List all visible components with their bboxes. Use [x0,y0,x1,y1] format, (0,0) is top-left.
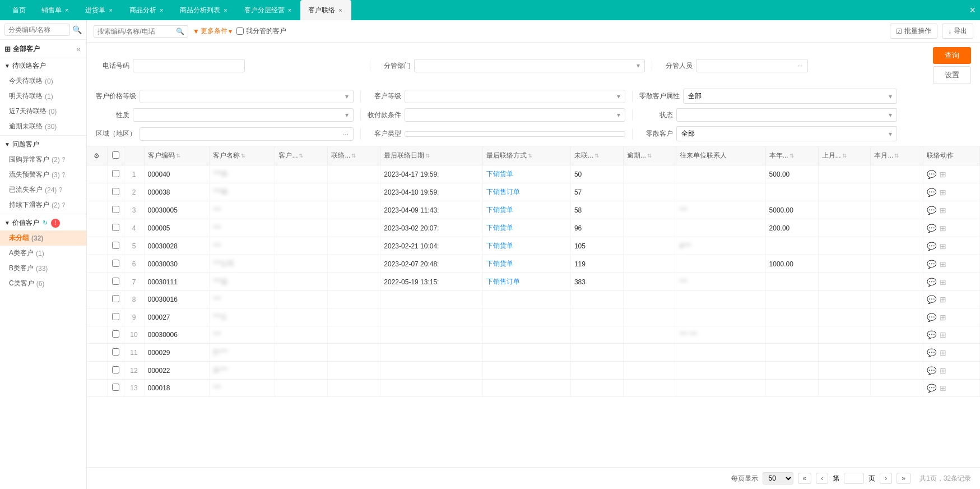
sidebar-group-pending[interactable]: ▼ 待联络客户 [0,58,86,73]
row-check-12[interactable] [107,380,124,397]
last-contact-type-col[interactable]: 最后联络方式⇅ [483,146,571,165]
filter-retail-attr-select[interactable]: 全部▾ [683,89,897,104]
grid-icon-9[interactable]: ⊞ [940,330,946,339]
main-search-icon[interactable]: 🔍 [176,27,184,35]
row-checkbox-7[interactable] [112,295,119,302]
message-icon-8[interactable]: 💬 [927,313,936,322]
grid-icon-12[interactable]: ⊞ [940,384,946,393]
filter-customer-type-select[interactable] [405,131,625,137]
last-month-col[interactable]: 上月...⇅ [818,146,871,165]
my-customers-checkbox[interactable]: 我分管的客户 [236,26,286,36]
batch-operation-btn[interactable]: ☑ 批量操作 [890,24,937,39]
grid-icon-7[interactable]: ⊞ [940,295,946,304]
all-customers-header[interactable]: ⊞ 全部客户 « [0,40,86,58]
grid-icon-2[interactable]: ⊞ [940,206,946,215]
contact-type-link-3[interactable]: 下销货单 [486,224,513,232]
filter-retail-customer-select[interactable]: 全部▾ [676,126,897,141]
row-last-type-5[interactable]: 下销货单 [483,255,571,273]
contact-type-link-4[interactable]: 下销货单 [486,242,513,250]
grid-icon-4[interactable]: ⊞ [940,242,946,251]
sidebar-item-overdue[interactable]: 逾期未联络 (30) [0,119,86,134]
current-page-input[interactable]: 1 [844,473,864,484]
message-icon-7[interactable]: 💬 [927,295,936,304]
row-checkbox-2[interactable] [112,206,119,213]
message-icon-2[interactable]: 💬 [927,206,936,215]
row-check-2[interactable] [107,201,124,219]
sidebar-collapse-btn[interactable]: « [75,43,82,54]
row-checkbox-3[interactable] [112,224,119,231]
row-last-type-3[interactable]: 下销货单 [483,219,571,237]
nav-tab-analysis[interactable]: 商品分析 × [122,0,172,20]
row-checkbox-9[interactable] [112,330,119,338]
filter-price-level-select[interactable]: ▾ [140,90,354,103]
message-icon-11[interactable]: 💬 [927,366,936,375]
more-conditions-btn[interactable]: ▼ 更多条件 ▾ [193,26,232,36]
sidebar-item-churn-warning[interactable]: 流失预警客户 (3) ? [0,167,86,182]
message-icon-0[interactable]: 💬 [927,170,936,179]
close-purchase-tab[interactable]: × [108,7,113,13]
export-btn[interactable]: ↓ 导出 [942,24,973,39]
nav-tab-purchase[interactable]: 进货单 × [77,0,121,20]
nav-tab-analysis-list[interactable]: 商品分析列表 × [172,0,236,20]
filter-customer-level-select[interactable]: ▾ [405,90,625,103]
contact-col-header[interactable]: 联络...⇅ [328,146,380,165]
row-check-3[interactable] [107,219,124,237]
grid-icon-5[interactable]: ⊞ [940,260,946,269]
row-checkbox-4[interactable] [112,242,119,249]
my-customers-check[interactable] [236,27,244,35]
nav-tab-customer-contact[interactable]: 客户联络 × [300,0,351,20]
sidebar-group-value[interactable]: ▼ 价值客户 ↻ ! [0,215,86,230]
row-checkbox-0[interactable] [112,170,119,177]
contact-type-link-0[interactable]: 下销货单 [486,170,513,178]
name-col-header[interactable]: 客户名称⇅ [210,146,275,165]
close-analysis-tab[interactable]: × [159,7,164,13]
grid-icon-8[interactable]: ⊞ [940,313,946,322]
sidebar-group-problem[interactable]: ▼ 问题客户 [0,137,86,152]
message-icon-12[interactable]: 💬 [927,384,936,393]
row-checkbox-10[interactable] [112,348,119,356]
row-check-4[interactable] [107,237,124,255]
grid-icon-1[interactable]: ⊞ [940,188,946,197]
contact-type-link-2[interactable]: 下销货单 [486,206,513,214]
message-icon-3[interactable]: 💬 [927,224,936,233]
this-year-col[interactable]: 本年...⇅ [765,146,818,165]
row-last-type-6[interactable]: 下销售订单 [483,273,571,291]
close-all-tabs[interactable]: × [969,4,976,16]
last-page-btn[interactable]: » [897,473,911,484]
message-icon-4[interactable]: 💬 [927,242,936,251]
nav-tab-sales[interactable]: 销售单 × [34,0,77,20]
nav-home[interactable]: 首页 [4,0,34,20]
grid-icon-0[interactable]: ⊞ [940,170,946,179]
message-icon-10[interactable]: 💬 [927,348,936,357]
filter-payment-select[interactable]: ▾ [405,108,625,122]
sidebar-search-icon[interactable]: 🔍 [72,25,82,34]
close-analysis-list-tab[interactable]: × [222,7,228,13]
row-check-6[interactable] [107,273,124,291]
row-check-5[interactable] [107,255,124,273]
row-last-type-4[interactable]: 下销货单 [483,237,571,255]
grid-icon-6[interactable]: ⊞ [940,278,946,287]
row-check-10[interactable] [107,344,124,362]
query-btn[interactable]: 查询 [933,47,971,64]
check-all[interactable] [112,151,119,159]
sidebar-item-churned[interactable]: 已流失客户 (24) ? [0,182,86,197]
contact-type-link-1[interactable]: 下销售订单 [486,188,520,196]
close-contact-tab[interactable]: × [337,7,343,13]
message-icon-9[interactable]: 💬 [927,330,936,339]
contact-type-link-6[interactable]: 下销售订单 [486,278,520,285]
row-check-11[interactable] [107,362,124,380]
nav-tab-customer-segment[interactable]: 客户分层经营 × [236,0,300,20]
row-checkbox-1[interactable] [112,188,119,195]
sidebar-item-declining[interactable]: 持续下滑客户 (2) ? [0,197,86,213]
row-checkbox-12[interactable] [112,384,119,391]
row-last-type-1[interactable]: 下销售订单 [483,183,571,201]
filter-phone-input[interactable] [133,59,245,72]
type-col-header[interactable]: 客户...⇅ [275,146,328,165]
row-check-7[interactable] [107,291,124,308]
sidebar-search-input[interactable] [4,24,70,36]
per-page-select[interactable]: 50 20 100 [763,472,793,485]
filter-dept-select[interactable]: ▾ [414,59,644,72]
contact-type-link-5[interactable]: 下销货单 [486,260,513,267]
row-check-9[interactable] [107,326,124,344]
next-page-btn[interactable]: › [880,473,892,484]
